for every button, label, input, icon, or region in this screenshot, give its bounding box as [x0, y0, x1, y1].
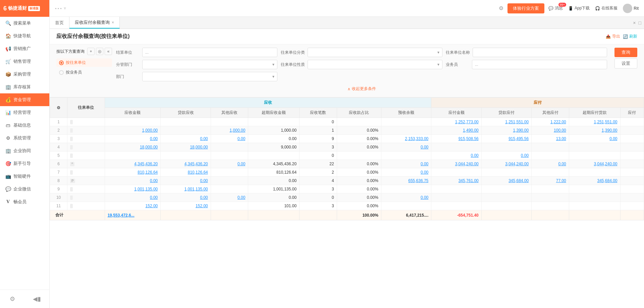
purchase-icon: 📦 — [5, 72, 11, 77]
tab-close-icon[interactable]: × — [112, 20, 114, 25]
sidebar-item-search[interactable]: 🔍 搜索菜单 — [0, 17, 49, 30]
sidebar-item-purchase[interactable]: 📦 采购管理 — [0, 68, 49, 81]
sidebar-item-marketing[interactable]: 📢 营销推广 — [0, 42, 49, 55]
cell-link[interactable]: 1,001,135.00 — [184, 187, 208, 191]
cell-link[interactable]: 0.00 — [421, 145, 428, 149]
cell-link[interactable]: 0.00 — [471, 153, 478, 158]
cell-link[interactable]: 810,126.64 — [138, 170, 158, 175]
table-cell: 0.00 — [381, 143, 431, 151]
radio-by-unit[interactable]: 按往来单位 — [56, 58, 112, 67]
sidebar-item-ops[interactable]: 📊 经营管理 — [0, 106, 49, 119]
cell-link[interactable]: 1,251,551.00 — [505, 120, 529, 124]
sidebar-item-base[interactable]: 🗃 基础信息 — [0, 119, 49, 132]
cell-link[interactable]: 1,390.00 — [513, 128, 529, 133]
cell-link[interactable]: 3,044,240.00 — [594, 162, 617, 166]
window-close-icon[interactable]: × — [633, 20, 636, 26]
cell-link[interactable]: 18,000.00 — [190, 145, 208, 149]
cell-link[interactable]: 0.00 — [609, 136, 617, 141]
sidebar-collapse-btn[interactable]: ◀▮ — [25, 293, 50, 305]
cell-link[interactable]: 0.00 — [150, 136, 158, 141]
salesman-input[interactable]: ... — [472, 60, 607, 69]
cell-link[interactable]: 2,153,333.00 — [405, 136, 428, 141]
sidebar-item-inventory[interactable]: 🏢 库存核算 — [0, 81, 49, 93]
sidebar-item-wechat[interactable]: 💬 企业微信 — [0, 183, 49, 195]
cell-link[interactable]: 13.00 — [556, 136, 566, 141]
online-service-button[interactable]: 🎧 在线客服 — [595, 5, 618, 11]
cell-link[interactable]: 4,345,436.20 — [134, 162, 158, 166]
th-settings-icon[interactable]: ⚙ — [50, 98, 67, 118]
query-button[interactable]: 查询 — [614, 48, 637, 57]
cell-link[interactable]: 77.00 — [556, 178, 566, 183]
user-profile[interactable]: Rit — [623, 4, 639, 13]
cell-link[interactable]: 0.00 — [200, 178, 208, 183]
cell-link[interactable]: 345,684.00 — [597, 178, 617, 183]
collapse-btn[interactable]: ∧ 收起更多条件 — [345, 84, 378, 94]
cell-link[interactable]: 915,495.56 — [508, 136, 529, 141]
cell-link[interactable]: 1,390.00 — [602, 128, 618, 133]
app-download-button[interactable]: 📱 App下载 — [568, 5, 590, 11]
settlement-input[interactable]: ... — [142, 48, 277, 57]
topbar-settings-icon[interactable]: ⚙ — [499, 5, 503, 11]
cell-link[interactable]: 345,761.00 — [459, 178, 479, 183]
cell-link[interactable]: 0.00 — [421, 162, 428, 166]
tab-home[interactable]: 首页 — [50, 17, 69, 29]
cell-link[interactable]: 152.00 — [146, 204, 158, 208]
sidebar-item-system[interactable]: ⚙ 系统管理 — [0, 132, 49, 144]
sidebar-item-quick-nav[interactable]: 🏠 快捷导航 — [0, 30, 49, 42]
tab-ar-query[interactable]: 应收应付余额查询 × — [69, 17, 120, 29]
cell-link[interactable]: 0.00 — [421, 195, 428, 200]
sidebar-item-member[interactable]: V 畅会员 — [0, 195, 49, 208]
radio-by-staff[interactable]: 按业务员 — [56, 68, 112, 77]
unit-category-input[interactable]: ▾ — [308, 48, 442, 57]
cell-link[interactable]: 152.00 — [196, 204, 208, 208]
cell-link[interactable]: 3,044,240.00 — [505, 162, 529, 166]
cell-link[interactable]: 0.00 — [237, 195, 245, 200]
sidebar-item-hardware[interactable]: 📺 智能硬件 — [0, 170, 49, 183]
cell-link[interactable]: 0.00 — [421, 170, 428, 175]
table-cell — [620, 193, 644, 202]
cell-link[interactable]: 1,252,773.00 — [455, 120, 479, 124]
cell-link[interactable]: 0.00 — [558, 162, 566, 166]
th-unit: 往来单位 — [67, 98, 105, 118]
sidebar-item-finance[interactable]: 💰 资金管理 — [0, 93, 49, 106]
cell-link[interactable]: 4,345,436.20 — [184, 162, 208, 166]
sidebar-item-guide[interactable]: 🎯 新手引导 — [0, 157, 49, 170]
page-title: 应收应付余额查询(按往来单位) — [56, 33, 606, 40]
cell-link[interactable]: 3,044,240.00 — [455, 162, 479, 166]
unit-name-input[interactable] — [473, 48, 607, 57]
sidebar-settings-btn[interactable]: ⚙ — [0, 293, 25, 305]
messages-button[interactable]: 💬 消息 99+ — [548, 5, 563, 11]
cell-link[interactable]: 100.00 — [554, 128, 566, 133]
cell-link[interactable]: 0.00 — [521, 153, 529, 158]
filter-add-btn[interactable]: + — [87, 48, 95, 55]
cell-link[interactable]: 0.00 — [150, 178, 158, 183]
export-button[interactable]: 📤 导出 — [606, 34, 620, 39]
cell-link[interactable]: 1,490.00 — [463, 128, 479, 133]
cell-link[interactable]: 1,000.00 — [142, 128, 158, 133]
sidebar-item-corp[interactable]: 🏢 企业协同 — [0, 144, 49, 157]
cell-link[interactable]: 345,684.00 — [508, 178, 529, 183]
cell-link[interactable]: 1,000.00 — [230, 128, 246, 133]
cell-link[interactable]: 0.00 — [237, 136, 245, 141]
filter-target-btn[interactable]: ◎ — [96, 48, 103, 55]
dept-input[interactable]: ▾ — [142, 60, 277, 69]
cell-link[interactable]: 1,222.00 — [550, 120, 566, 124]
unit-nature-input[interactable]: ▾ — [308, 60, 442, 69]
department-input[interactable]: ▾ — [142, 72, 277, 81]
solution-button[interactable]: 体验行业方案 — [507, 3, 544, 13]
cell-link[interactable]: 0.00 — [237, 162, 245, 166]
cell-link[interactable]: 0.00 — [150, 195, 158, 200]
settings-button[interactable]: 设置 — [614, 58, 637, 69]
cell-link[interactable]: 0.00 — [200, 136, 208, 141]
cell-link[interactable]: 1,251,551.00 — [594, 120, 617, 124]
refresh-button[interactable]: 🔄 刷新 — [623, 34, 637, 39]
filter-collapse-btn[interactable]: « — [105, 48, 112, 55]
cell-link[interactable]: 915,508.56 — [459, 136, 479, 141]
cell-link[interactable]: 810,126.64 — [188, 170, 208, 175]
cell-link[interactable]: 655,636.75 — [408, 178, 428, 183]
cell-link[interactable]: 1,001,135.00 — [134, 187, 158, 191]
window-expand-icon[interactable]: □ — [639, 20, 641, 26]
cell-link[interactable]: 0.00 — [200, 195, 208, 200]
sidebar-item-sales[interactable]: 🛒 销售管理 — [0, 55, 49, 68]
cell-link[interactable]: 18,000.00 — [140, 145, 158, 149]
